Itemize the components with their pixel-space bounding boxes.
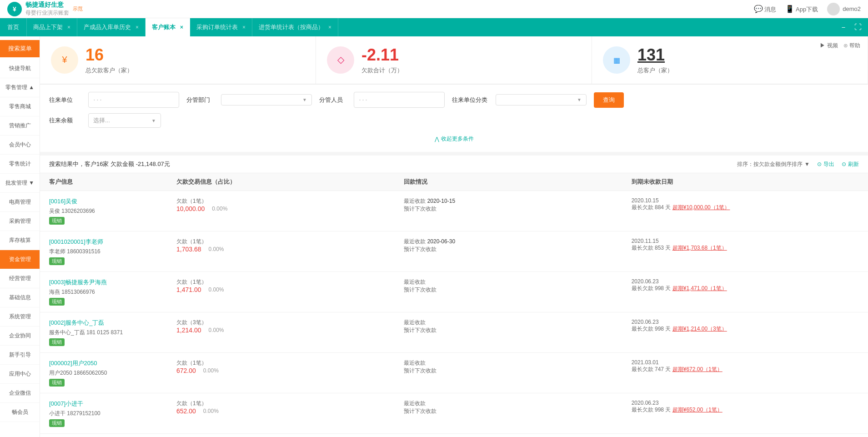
tab-minimize-btn[interactable]: － <box>838 22 849 33</box>
customer-phone-1: 李老师 18600391516 <box>49 248 176 256</box>
overdue-link-5[interactable]: 超期¥652.00（1笔） <box>672 407 722 413</box>
collapse-more-filters[interactable]: ⋀ 收起更多条件 <box>49 133 859 145</box>
overdue-link-0[interactable]: 超期¥10,000.00（1笔） <box>672 204 730 211</box>
customer-info-3: [0002]服务中心_丁磊 服务中心_丁磊 181 0125 8371 现销 <box>49 319 176 346</box>
overdue-link-2[interactable]: 超期¥1,471.00（1笔） <box>672 285 727 291</box>
overdue-info-3: 2020.06.23 最长欠款 998 天 超期¥1,214.00（3笔） <box>632 319 859 333</box>
debt-pct-3: 0.00% <box>209 327 224 333</box>
sidebar-item-app-center[interactable]: 应用中心 <box>0 365 40 384</box>
sidebar-item-retail-stat[interactable]: 零售统计 <box>0 155 40 174</box>
close-tab-purchase-order[interactable]: × <box>242 24 246 30</box>
tab-home[interactable]: 首页 <box>0 18 27 36</box>
tab-maximize-btn[interactable]: ⛶ <box>853 22 863 32</box>
stat-info-debt-customers: 16 总欠款客户（家） <box>85 45 133 75</box>
customer-phone-5: 小进干 18279152100 <box>49 410 176 417</box>
customer-phone-4: 用户2050 18665062050 <box>49 369 176 377</box>
export-btn[interactable]: ⊙ 导出 <box>817 161 834 168</box>
filter-label-branch-dept: 分管部门 <box>186 96 214 104</box>
customer-name-3[interactable]: [0002]服务中心_丁磊 <box>49 319 104 326</box>
tab-stock-stat[interactable]: 进货单统计表（按商品） × <box>252 18 338 36</box>
chevron-down-icon: ▼ <box>302 97 307 102</box>
svg-text:◇: ◇ <box>337 55 345 65</box>
close-tab-customer-account[interactable]: × <box>180 24 183 30</box>
tab-right-btns: － ⛶ <box>833 18 868 36</box>
sidebar-item-member-center[interactable]: 会员中心 <box>0 136 40 155</box>
tab-product-shelf[interactable]: 商品上下架 × <box>27 18 77 36</box>
sort-select[interactable]: 排序：按欠款金额倒序排序 ▼ <box>737 161 810 168</box>
customer-name-0[interactable]: [0016]吴俊 <box>49 198 77 205</box>
video-btn[interactable]: ▶ 视频 <box>820 42 838 50</box>
export-icon: ⊙ <box>817 161 822 167</box>
sidebar-item-inventory[interactable]: 库存核算 <box>0 231 40 250</box>
refresh-icon: ⊙ <box>842 161 846 167</box>
debt-info-0: 欠款（1笔） 10,000.00 0.00% <box>176 197 404 212</box>
sidebar-item-retail-mgmt[interactable]: 零售管理 ▲ <box>0 78 40 97</box>
tab-purchase-order[interactable]: 采购订单统计表 × <box>190 18 252 36</box>
overdue-link-1[interactable]: 超期¥1,703.68（1笔） <box>672 245 727 251</box>
sidebar-item-new-guide[interactable]: 新手引导 <box>0 346 40 365</box>
customer-info-2: [0003]畅捷服务尹海燕 海燕 18513066976 现销 <box>49 278 176 306</box>
filter-label-unit-category: 往来单位分类 <box>452 96 488 104</box>
tab-customer-account[interactable]: 客户账本 × <box>146 18 190 36</box>
message-btn[interactable]: 💬 消息 <box>754 5 777 14</box>
close-tab-product-history[interactable]: × <box>135 24 139 30</box>
refresh-btn[interactable]: ⊙ 刷新 <box>842 161 859 168</box>
sidebar-item-purchase-mgmt[interactable]: 采购管理 <box>0 212 40 231</box>
filter-balance[interactable]: 选择... ▼ <box>88 113 161 128</box>
customer-name-5[interactable]: [0007]小进干 <box>49 400 83 407</box>
customer-badge-2: 现销 <box>49 298 65 306</box>
sidebar-item-wecom[interactable]: 企业微信 <box>0 384 40 403</box>
customer-name-1[interactable]: [0001020001]李老师 <box>49 238 103 245</box>
overdue-link-3[interactable]: 超期¥1,214.00（3笔） <box>672 326 727 332</box>
result-summary: 搜索结果中，客户16家 欠款金额 -21,148.07元 排序：按欠款金额倒序排… <box>40 156 868 173</box>
sidebar-item-system-mgmt[interactable]: 系统管理 <box>0 307 40 326</box>
filter-source-unit[interactable]: ··· <box>88 92 179 108</box>
sidebar: 搜索菜单 快捷导航 零售管理 ▲ 零售商城 营销推广 会员中心 零售统计 批发管… <box>0 36 40 437</box>
tab-bar: 首页 商品上下架 × 产成品入库单历史 × 客户账本 × 采购订单统计表 × 进… <box>0 18 868 36</box>
debt-info-3: 欠款（3笔） 1,214.00 0.00% <box>176 319 404 334</box>
top-header: ¥ 畅捷通好生意 母婴行业演示账套 示范 💬 消息 📱 App下载 demo2 <box>0 0 868 18</box>
sidebar-item-operations[interactable]: 经营管理 <box>0 269 40 288</box>
close-tab-stock-stat[interactable]: × <box>328 24 331 30</box>
app-download-btn[interactable]: 📱 App下载 <box>785 5 818 14</box>
header-right: 💬 消息 📱 App下载 demo2 <box>754 3 861 15</box>
tab-product-history[interactable]: 产成品入库单历史 × <box>77 18 146 36</box>
sidebar-item-batch-mgmt[interactable]: 批发管理 ▼ <box>0 174 40 193</box>
sidebar-item-marketing[interactable]: 营销推广 <box>0 116 40 136</box>
table-row: [0002]服务中心_丁磊 服务中心_丁磊 181 0125 8371 现销 欠… <box>40 312 868 353</box>
logo-area: ¥ 畅捷通好生意 母婴行业演示账套 示范 <box>7 1 83 17</box>
overdue-link-4[interactable]: 超期¥672.00（1笔） <box>672 366 722 372</box>
stat-debt-customers: ¥ 16 总欠款客户（家） <box>40 36 316 84</box>
sidebar-item-capital-mgmt[interactable]: 资金管理 <box>0 250 40 269</box>
return-info-3: 最近收款 预计下次收款 <box>404 319 631 334</box>
customer-name-2[interactable]: [0003]畅捷服务尹海燕 <box>49 279 107 286</box>
debt-amount-1: 1,703.68 <box>176 246 201 253</box>
sidebar-item-vip[interactable]: 畅会员 <box>0 403 40 422</box>
debt-pct-5: 0.00% <box>203 408 219 414</box>
overdue-info-1: 2020.11.15 最长欠款 853 天 超期¥1,703.68（1笔） <box>632 238 859 252</box>
col-due-date: 到期未收款日期 <box>632 178 859 186</box>
debt-pct-2: 0.00% <box>209 286 224 293</box>
return-info-2: 最近收款 预计下次收款 <box>404 278 631 294</box>
sidebar-item-ecommerce[interactable]: 电商管理 <box>0 193 40 212</box>
return-info-4: 最近收款 预计下次收款 <box>404 359 631 375</box>
debt-pct-4: 0.00% <box>203 367 219 374</box>
col-debt-info: 欠款交易信息（占比） <box>176 178 404 186</box>
demo-link[interactable]: 示范 <box>73 5 83 12</box>
overdue-info-2: 2020.06.23 最长欠款 998 天 超期¥1,471.00（1笔） <box>632 278 859 292</box>
sidebar-item-enterprise[interactable]: 企业协同 <box>0 326 40 346</box>
sidebar-item-quick-nav[interactable]: 快捷导航 <box>0 59 40 78</box>
filter-branch-dept[interactable]: ▼ <box>221 94 312 105</box>
avatar[interactable]: demo2 <box>827 3 861 15</box>
sidebar-item-retail-mall[interactable]: 零售商城 <box>0 97 40 116</box>
customer-name-4[interactable]: [000002]用户2050 <box>49 360 97 367</box>
customer-badge-5: 现销 <box>49 419 65 427</box>
close-tab-product-shelf[interactable]: × <box>67 24 70 30</box>
query-button[interactable]: 查询 <box>594 92 624 108</box>
help-btn[interactable]: ⊙ 帮助 <box>843 42 860 50</box>
debt-info-2: 欠款（1笔） 1,471.00 0.00% <box>176 278 404 293</box>
sidebar-item-search-menu[interactable]: 搜索菜单 <box>0 40 40 57</box>
filter-unit-category[interactable]: ▼ <box>496 94 587 105</box>
filter-branch-person[interactable]: ··· <box>354 92 445 108</box>
sidebar-item-base-info[interactable]: 基础信息 <box>0 288 40 307</box>
